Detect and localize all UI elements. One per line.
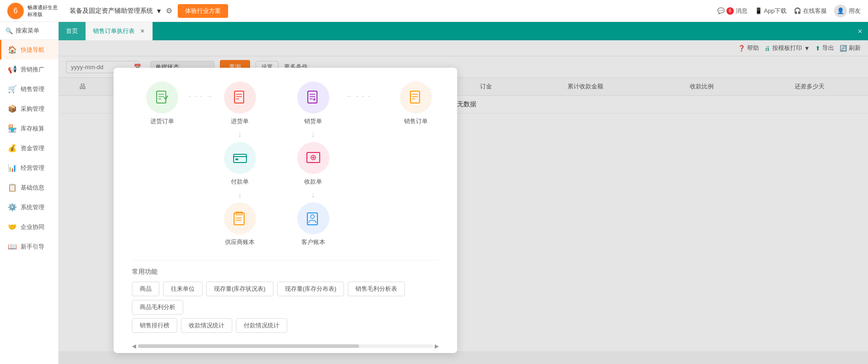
newbie-icon: 📖: [8, 242, 17, 251]
baseinfo-icon: 📋: [8, 183, 17, 192]
arrow-down-3: ↓: [297, 128, 329, 140]
flow-modal: 进货订单 - - - →: [114, 68, 457, 353]
receipt-circle: [297, 142, 329, 174]
modal-scrollbar-area: ◀ ▶: [114, 341, 457, 353]
sidebar-item-finance[interactable]: 💰 资金管理: [0, 138, 58, 158]
content-area: 首页 销售订单执行表 ✕ ✕ ❓ 帮助: [59, 22, 868, 364]
flow-node-sales-order[interactable]: 销售订单: [393, 81, 439, 125]
sidebar-item-purchase[interactable]: 📦 采购管理: [0, 99, 58, 119]
func-btn-goods[interactable]: 商品: [132, 282, 159, 296]
sidebar-item-label: 快捷导航: [21, 46, 44, 54]
tab-home-label: 首页: [66, 27, 78, 35]
flow-node-payment[interactable]: 付款单: [217, 142, 263, 186]
purchase-bill-circle: [224, 81, 256, 114]
online-service-item[interactable]: 🎧 在线客服: [794, 7, 827, 15]
func-btn-goods-margin[interactable]: 商品毛利分析: [132, 300, 183, 315]
page-content: ❓ 帮助 🖨 按模板打印 ▼ ⬆ 导出 🔄: [59, 40, 868, 364]
tab-close-all[interactable]: ✕: [852, 22, 868, 40]
logo-area: 6 畅康通好生意 标准版: [7, 3, 66, 19]
headset-icon: 🎧: [794, 7, 801, 14]
supplier-circle: [224, 202, 256, 234]
settings-icon[interactable]: ⚙: [166, 6, 172, 15]
purchase-order-circle: [146, 81, 178, 114]
sidebar-item-label: 资金管理: [21, 144, 44, 152]
sidebar-item-enterprise[interactable]: 🤝 企业协同: [0, 217, 58, 237]
sidebar-item-label: 采购管理: [21, 105, 44, 113]
user-item[interactable]: 👤 用友: [834, 5, 861, 17]
flow-node-purchase-order[interactable]: 进货订单: [139, 81, 185, 125]
svg-rect-8: [234, 154, 246, 163]
sidebar-item-base-info[interactable]: 📋 基础信息: [0, 178, 58, 197]
func-btn-stock-status[interactable]: 现存量(库存状况表): [206, 282, 273, 296]
tab-spacer: [153, 22, 852, 40]
sidebar-item-operations[interactable]: 📊 经营管理: [0, 158, 58, 178]
app-download-item[interactable]: 📱 App下载: [755, 7, 786, 15]
sales-icon: 🛒: [8, 85, 17, 93]
flow-diagram: 进货订单 - - - →: [132, 81, 439, 246]
app-download-label: App下载: [764, 7, 786, 15]
flow-node-supplier[interactable]: 供应商账本: [217, 202, 263, 246]
purchase-order-label: 进货订单: [150, 117, 174, 125]
customer-circle: [297, 202, 329, 234]
modal-scrollbar[interactable]: [138, 344, 433, 348]
sidebar-item-newbie[interactable]: 📖 新手引导: [0, 237, 58, 256]
enterprise-icon: 🤝: [8, 223, 17, 231]
func-btn-sales-rank[interactable]: 销售排行榜: [132, 318, 177, 333]
user-avatar: 👤: [834, 5, 847, 17]
message-badge: 6: [726, 7, 734, 15]
online-service-label: 在线客服: [803, 7, 827, 15]
flow-node-customer[interactable]: 客户账本: [290, 202, 336, 246]
func-btn-contacts[interactable]: 往来单位: [163, 282, 202, 296]
tab-sales-exec-label: 销售订单执行表: [93, 27, 135, 35]
tab-sales-exec[interactable]: 销售订单执行表 ✕: [86, 22, 153, 40]
common-functions-section: 常用功能 商品 往来单位 现存量(库存状况表) 现存量(库存分布表) 销售毛利分…: [114, 261, 457, 341]
scroll-right-icon[interactable]: ▶: [435, 343, 439, 349]
svg-rect-27: [410, 91, 420, 103]
finance-icon: 💰: [8, 144, 17, 152]
purchase-icon: 📦: [8, 104, 17, 113]
flow-col-3: 销货单 ↓ 收款单 ↓: [290, 81, 336, 246]
system-dropdown-arrow[interactable]: ▼: [156, 7, 162, 15]
flow-node-purchase-bill[interactable]: 进货单: [217, 81, 263, 125]
func-btn-stock-dist[interactable]: 现存量(库存分布表): [277, 282, 344, 296]
tab-home[interactable]: 首页: [59, 22, 86, 40]
func-btn-payment-stats[interactable]: 付款情况统计: [236, 318, 287, 333]
sidebar-item-label: 营销推广: [21, 65, 44, 74]
sidebar-item-marketing[interactable]: 📢 营销推广: [0, 60, 58, 79]
user-label: 用友: [849, 7, 861, 15]
flow-col-2: 进货单 ↓ 付款单: [217, 81, 263, 246]
sidebar-nav: 🏠 快捷导航 📢 营销推广 🛒 销售管理 📦 采购管理 🏪 库存核: [0, 40, 58, 364]
svg-rect-10: [235, 158, 238, 160]
sidebar-item-sales[interactable]: 🛒 销售管理: [0, 79, 58, 99]
search-menu-item[interactable]: 🔍 搜索菜单: [0, 22, 58, 40]
modal-content: 进货订单 - - - →: [114, 68, 457, 260]
arrow-down-2: ↓: [224, 189, 256, 201]
payment-circle: [224, 142, 256, 174]
common-functions-title: 常用功能: [132, 268, 439, 276]
scroll-left-icon[interactable]: ◀: [132, 343, 136, 349]
func-btn-sales-margin[interactable]: 销售毛利分析表: [348, 282, 405, 296]
trial-button[interactable]: 体验行业方案: [178, 4, 228, 18]
svg-point-26: [311, 215, 314, 218]
sales-order-label: 销售订单: [404, 117, 428, 125]
sidebar-item-inventory[interactable]: 🏪 库存核算: [0, 119, 58, 138]
sidebar-item-label: 企业协同: [21, 223, 44, 231]
arrow-down-4: ↓: [297, 189, 329, 201]
download-icon: 📱: [755, 7, 762, 14]
payment-label: 付款单: [231, 178, 249, 186]
sidebar-item-sys-mgmt[interactable]: ⚙️ 系统管理: [0, 197, 58, 217]
arrow-1: - - - →: [185, 92, 217, 100]
sidebar-item-quick-nav[interactable]: 🏠 快捷导航: [0, 40, 58, 60]
search-icon: 🔍: [5, 27, 13, 34]
flow-node-sales-bill[interactable]: 销货单: [290, 81, 336, 125]
sales-order-circle: [400, 81, 432, 114]
svg-rect-15: [308, 91, 317, 103]
flow-col-4: ← - - - 销售订单: [384, 81, 439, 125]
flow-node-receipt[interactable]: 收款单: [290, 142, 336, 186]
modal-scrollbar-thumb: [138, 344, 359, 348]
sidebar-item-label: 新手引导: [21, 243, 44, 251]
message-icon: 💬: [717, 7, 725, 14]
tab-close-icon[interactable]: ✕: [140, 28, 145, 34]
func-btn-receipt-stats[interactable]: 收款情况统计: [181, 318, 232, 333]
message-item[interactable]: 💬 6 消息: [717, 7, 748, 15]
